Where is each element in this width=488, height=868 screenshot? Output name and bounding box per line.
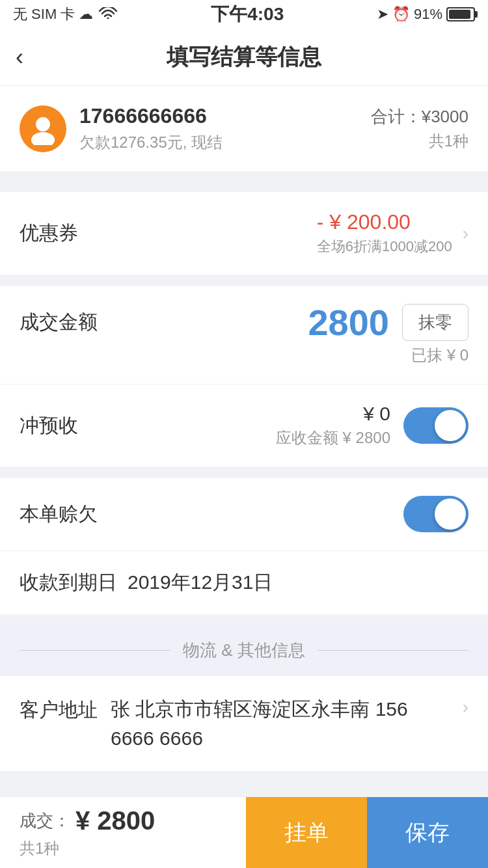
divider-3	[0, 467, 488, 478]
status-left: 无 SIM 卡 ☁	[13, 5, 118, 24]
customer-card: 17666666666 欠款1276.35元, 现结 合计：¥3000 共1种	[0, 86, 488, 171]
location-icon: ➤	[377, 6, 388, 23]
address-chevron-icon: ›	[463, 697, 468, 718]
status-time: 下午4:03	[211, 2, 284, 27]
prepay-row: 冲预收 ¥ 0 应收金额 ¥ 2800	[0, 385, 488, 467]
coupon-desc: 全场6折满1000减200	[317, 237, 452, 256]
address-row[interactable]: 客户地址 张 北京市市辖区海淀区永丰南 156 6666 6666 ›	[0, 676, 488, 771]
deal-count: 共1种	[20, 838, 226, 859]
page-header: ‹ 填写结算等信息	[0, 29, 488, 86]
back-button[interactable]: ‹	[16, 44, 23, 71]
page-title: 填写结算等信息	[167, 42, 321, 72]
address-value: 张 北京市市辖区海淀区永丰南 156 6666 6666	[111, 694, 456, 753]
wifi-icon	[98, 7, 118, 21]
save-button[interactable]: 保存	[367, 797, 488, 869]
coupon-label: 优惠券	[20, 220, 78, 247]
bottom-bar: 成交： ¥ 2800 共1种 挂单 保存	[0, 796, 488, 868]
debt-row: 本单赊欠	[0, 478, 488, 550]
prepay-amount: ¥ 0	[276, 403, 390, 425]
svg-point-0	[36, 117, 50, 131]
battery-icon	[446, 7, 475, 21]
prepay-sub: 应收金额 ¥ 2800	[276, 427, 390, 448]
divider-1	[0, 182, 488, 192]
bottom-summary: 成交： ¥ 2800 共1种	[0, 806, 246, 859]
battery-percent: 91%	[414, 6, 442, 23]
status-right: ➤ ⏰ 91%	[377, 6, 475, 23]
sim-label: 无 SIM 卡 ☁	[13, 5, 93, 24]
avatar	[20, 105, 66, 152]
main-content: 17666666666 欠款1276.35元, 现结 合计：¥3000 共1种 …	[0, 86, 488, 868]
amount-value: 2800	[308, 305, 389, 341]
debt-toggle-knob	[435, 498, 466, 530]
logistics-label: 物流 & 其他信息	[183, 639, 305, 662]
hang-button[interactable]: 挂单	[246, 797, 367, 869]
deal-label: 成交：	[20, 809, 70, 832]
customer-debt: 欠款1276.35元, 现结	[79, 132, 223, 153]
coupon-value: - ¥ 200.00	[317, 210, 452, 234]
amount-label: 成交金额	[20, 309, 98, 336]
coupon-row[interactable]: 优惠券 - ¥ 200.00 全场6折满1000减200 ›	[0, 192, 488, 275]
divider-4	[0, 614, 488, 625]
due-date-label: 收款到期日	[20, 569, 117, 596]
alarm-icon: ⏰	[392, 6, 410, 23]
amount-sub: 已抹 ¥ 0	[20, 345, 468, 366]
amount-section: 成交金额 2800 抹零 已抹 ¥ 0	[0, 286, 488, 385]
prepay-label: 冲预收	[20, 413, 78, 439]
prepay-toggle-knob	[435, 410, 466, 441]
customer-phone: 17666666666	[79, 104, 223, 128]
debt-toggle[interactable]	[403, 496, 468, 532]
status-bar: 无 SIM 卡 ☁ 下午4:03 ➤ ⏰ 91%	[0, 0, 488, 29]
svg-point-1	[31, 132, 55, 145]
due-date-value: 2019年12月31日	[128, 569, 273, 596]
round-button[interactable]: 抹零	[402, 304, 468, 341]
divider-2	[0, 275, 488, 286]
coupon-chevron-icon: ›	[463, 223, 468, 244]
avatar-icon	[27, 113, 59, 145]
total-count: 共1种	[371, 131, 468, 152]
due-date-row: 收款到期日 2019年12月31日	[0, 550, 488, 614]
address-label: 客户地址	[20, 697, 98, 724]
debt-label: 本单赊欠	[20, 501, 98, 528]
prepay-toggle[interactable]	[403, 407, 468, 444]
deal-amount: ¥ 2800	[75, 806, 155, 835]
logistics-header: 物流 & 其他信息	[0, 625, 488, 676]
total-amount: 合计：¥3000	[371, 105, 468, 128]
